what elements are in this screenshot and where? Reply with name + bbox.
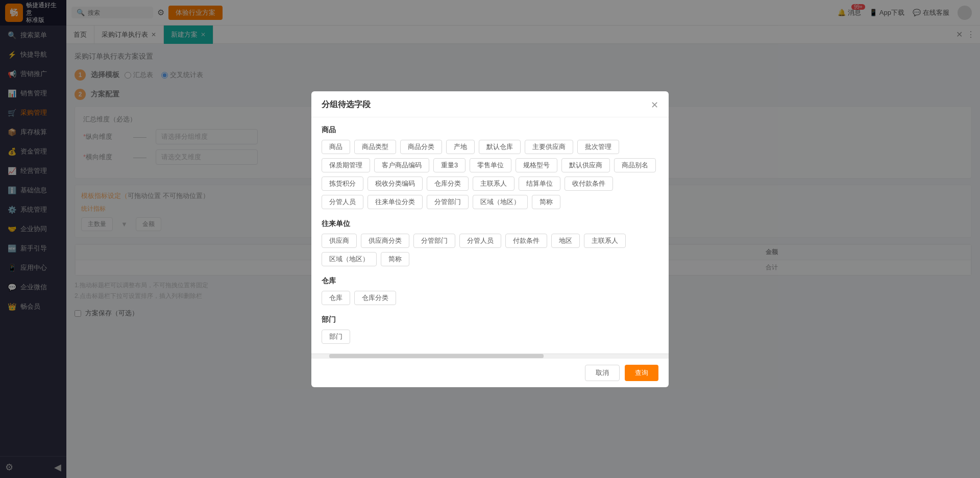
- modal-horizontal-scrollbar[interactable]: [311, 354, 669, 358]
- field-list-1: 供应商供应商分类分管部门分管人员付款条件地区主联系人区域（地区）简称: [322, 234, 658, 266]
- field-tag-0-14[interactable]: 拣货积分: [322, 177, 363, 191]
- modal-title: 分组待选字段: [322, 99, 371, 110]
- field-tag-0-3[interactable]: 产地: [446, 140, 475, 154]
- field-tag-0-5[interactable]: 主要供应商: [525, 140, 573, 154]
- field-group-2: 仓库仓库仓库分类: [322, 276, 658, 305]
- field-tag-0-20[interactable]: 分管人员: [322, 195, 363, 209]
- field-tag-1-7[interactable]: 区域（地区）: [322, 252, 377, 266]
- field-tag-1-4[interactable]: 付款条件: [505, 234, 547, 248]
- field-tag-1-6[interactable]: 主联系人: [584, 234, 626, 248]
- field-tag-0-12[interactable]: 默认供应商: [561, 158, 610, 172]
- field-group-title-2: 仓库: [322, 276, 658, 286]
- field-tag-1-8[interactable]: 简称: [381, 252, 409, 266]
- modal-scrollbar-thumb: [329, 354, 544, 358]
- cancel-button[interactable]: 取消: [585, 365, 620, 381]
- confirm-button[interactable]: 查询: [625, 365, 658, 381]
- field-tag-3-0[interactable]: 部门: [322, 330, 350, 344]
- field-tag-0-13[interactable]: 商品别名: [614, 158, 656, 172]
- field-tag-0-9[interactable]: 重量3: [433, 158, 465, 172]
- modal-footer: 取消 查询: [311, 358, 669, 387]
- field-tag-2-0[interactable]: 仓库: [322, 291, 350, 305]
- field-tag-0-11[interactable]: 规格型号: [516, 158, 557, 172]
- field-tag-0-21[interactable]: 往来单位分类: [368, 195, 423, 209]
- modal-overlay: 分组待选字段 ✕ 商品商品商品类型商品分类产地默认仓库主要供应商批次管理保质期管…: [0, 0, 980, 478]
- field-tag-0-17[interactable]: 主联系人: [473, 177, 514, 191]
- field-tag-0-15[interactable]: 税收分类编码: [368, 177, 423, 191]
- field-tag-0-22[interactable]: 分管部门: [427, 195, 469, 209]
- field-tag-0-0[interactable]: 商品: [322, 140, 350, 154]
- field-tag-1-1[interactable]: 供应商分类: [361, 234, 409, 248]
- field-tag-1-5[interactable]: 地区: [551, 234, 580, 248]
- field-group-title-1: 往来单位: [322, 219, 658, 229]
- field-group-title-3: 部门: [322, 315, 658, 324]
- field-tag-0-7[interactable]: 保质期管理: [322, 158, 370, 172]
- field-list-3: 部门: [322, 330, 658, 344]
- field-tag-0-1[interactable]: 商品类型: [354, 140, 396, 154]
- field-tag-0-19[interactable]: 收付款条件: [565, 177, 613, 191]
- field-tag-0-18[interactable]: 结算单位: [519, 177, 560, 191]
- field-tag-0-8[interactable]: 客户商品编码: [374, 158, 429, 172]
- field-group-title-0: 商品: [322, 125, 658, 135]
- field-tag-0-4[interactable]: 默认仓库: [479, 140, 521, 154]
- field-tag-0-2[interactable]: 商品分类: [400, 140, 442, 154]
- field-group-3: 部门部门: [322, 315, 658, 344]
- field-tag-0-16[interactable]: 仓库分类: [427, 177, 469, 191]
- field-tag-0-24[interactable]: 简称: [532, 195, 560, 209]
- field-group-0: 商品商品商品类型商品分类产地默认仓库主要供应商批次管理保质期管理客户商品编码重量…: [322, 125, 658, 209]
- field-tag-0-23[interactable]: 区域（地区）: [473, 195, 528, 209]
- field-tag-1-3[interactable]: 分管人员: [459, 234, 501, 248]
- field-tag-1-2[interactable]: 分管部门: [413, 234, 455, 248]
- field-tag-2-1[interactable]: 仓库分类: [354, 291, 396, 305]
- modal: 分组待选字段 ✕ 商品商品商品类型商品分类产地默认仓库主要供应商批次管理保质期管…: [311, 91, 669, 387]
- field-group-1: 往来单位供应商供应商分类分管部门分管人员付款条件地区主联系人区域（地区）简称: [322, 219, 658, 266]
- modal-body[interactable]: 商品商品商品类型商品分类产地默认仓库主要供应商批次管理保质期管理客户商品编码重量…: [311, 117, 669, 354]
- field-list-2: 仓库仓库分类: [322, 291, 658, 305]
- field-tag-0-10[interactable]: 零售单位: [470, 158, 511, 172]
- modal-header: 分组待选字段 ✕: [311, 91, 669, 117]
- modal-close-button[interactable]: ✕: [651, 99, 658, 111]
- field-list-0: 商品商品类型商品分类产地默认仓库主要供应商批次管理保质期管理客户商品编码重量3零…: [322, 140, 658, 209]
- field-tag-0-6[interactable]: 批次管理: [577, 140, 619, 154]
- field-tag-1-0[interactable]: 供应商: [322, 234, 357, 248]
